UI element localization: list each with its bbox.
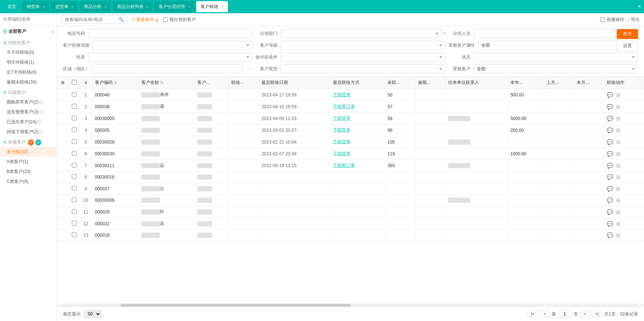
td-checkbox[interactable] [69, 206, 79, 218]
td-last-contact-method[interactable]: 下销货单 [331, 148, 385, 160]
td-checkbox[interactable] [69, 101, 79, 113]
row-checkbox[interactable] [72, 186, 77, 191]
th-last-contact-date[interactable]: 最后联络日期 [259, 77, 331, 89]
batch-ops-checkbox[interactable] [600, 17, 605, 22]
td-last-contact-method[interactable]: 下销货单 [331, 113, 385, 124]
row-checkbox[interactable] [72, 92, 77, 97]
contact-method-link[interactable]: 下销货单 [333, 139, 351, 144]
person-input[interactable] [474, 29, 628, 38]
select-all-checkbox[interactable] [72, 80, 77, 85]
query-button[interactable]: 查询 [617, 29, 638, 39]
tab-goods-list[interactable]: 商品分析列表 × [113, 1, 153, 12]
grid-icon[interactable]: ⊞ [616, 221, 620, 227]
tab-customer-contact[interactable]: 客户联络 × [196, 1, 228, 12]
more-conditions-button[interactable]: ▽ 更多条件 ▲ [132, 17, 159, 23]
area-more-icon[interactable]: ··· [246, 65, 253, 73]
chat-icon[interactable]: 💬 [607, 116, 613, 121]
scrollbar-thumb[interactable] [120, 304, 351, 307]
grid-icon[interactable]: ⊞ [616, 104, 620, 110]
row-checkbox[interactable] [72, 139, 77, 144]
grid-icon[interactable]: ⊞ [616, 139, 620, 145]
reset-button[interactable]: 设置 [617, 40, 638, 51]
customer-level-select[interactable] [281, 41, 445, 50]
tab-purchase[interactable]: 进货单 × [51, 1, 78, 12]
tab-sales[interactable]: 销货单 × [22, 1, 49, 12]
settings-mini-icon[interactable]: ⚙ [35, 140, 41, 145]
td-last-contact-method[interactable] [331, 172, 385, 183]
td-checkbox[interactable] [69, 172, 79, 183]
sidebar-item-today-pending[interactable]: 今天待联络(0) [0, 47, 57, 57]
chat-icon[interactable]: 💬 [607, 174, 613, 180]
contact-method-link[interactable]: 下销货单 [333, 92, 351, 97]
sidebar-item-overdue-pending[interactable]: 逾期未联络(30) [0, 77, 57, 87]
row-checkbox[interactable] [72, 232, 77, 237]
batch-ops-button[interactable]: 批量操作 [600, 17, 624, 23]
per-page-select[interactable]: 50 [84, 310, 101, 318]
contact-method-link[interactable]: 下销售订单 [333, 163, 355, 168]
td-checkbox[interactable] [69, 218, 79, 230]
row-checkbox[interactable] [72, 104, 77, 109]
td-checkbox[interactable] [69, 230, 79, 241]
row-checkbox[interactable] [72, 116, 77, 120]
th-name[interactable]: 客户名称 ⇅ [139, 77, 195, 89]
customer-type-select[interactable] [281, 64, 445, 73]
sidebar-item-a-class[interactable]: A类客户(1) [0, 157, 57, 167]
row-checkbox[interactable] [72, 127, 77, 132]
row-checkbox[interactable] [72, 174, 77, 179]
dept-select[interactable] [281, 29, 441, 38]
sidebar-item-lost[interactable]: 已流失客户(24) ⓘ [0, 117, 57, 127]
grid-icon[interactable]: ⊞ [616, 127, 620, 133]
tab-customer-layer[interactable]: 客户分层经营 × [154, 1, 195, 12]
th-this-month[interactable]: 本月... [574, 77, 605, 89]
th-not-contacted[interactable]: 未联... [385, 77, 415, 89]
th-contact[interactable]: 联络... [229, 77, 259, 89]
td-checkbox[interactable] [69, 148, 79, 160]
tab-purchase-close[interactable]: × [71, 5, 74, 9]
chat-icon[interactable]: 💬 [607, 127, 613, 133]
td-checkbox[interactable] [69, 195, 79, 206]
status-select[interactable] [474, 53, 638, 61]
chat-icon[interactable]: 💬 [607, 186, 613, 192]
td-last-contact-method[interactable] [331, 183, 385, 195]
search-icon[interactable]: 🔍 [119, 17, 124, 22]
td-checkbox[interactable] [69, 136, 79, 148]
next-page-button[interactable]: > [580, 310, 590, 318]
td-checkbox[interactable] [69, 89, 79, 101]
search-input[interactable] [65, 17, 116, 22]
tab-sales-close[interactable]: × [43, 5, 45, 9]
chat-icon[interactable]: 💬 [607, 197, 613, 203]
th-last-contact-method[interactable]: 最后联络方式 [331, 77, 385, 89]
th-settings[interactable]: ⚙ [57, 77, 69, 89]
close-all-button[interactable]: × [638, 3, 641, 10]
sidebar-item-declining[interactable]: 持续下滑客户(2) ⓘ [0, 127, 57, 137]
last-page-button[interactable]: >| [592, 310, 602, 318]
chat-icon[interactable]: 💬 [607, 221, 613, 227]
th-company-contact[interactable]: 往来单位联系人 [446, 77, 508, 89]
horizontal-scrollbar[interactable] [63, 304, 638, 307]
th-overdue[interactable]: 逾期... [415, 77, 446, 89]
retail-attr-select[interactable]: 全部 [478, 41, 638, 50]
payment-select[interactable] [281, 53, 445, 61]
export-button[interactable]: ↑ 导出 [627, 17, 640, 23]
td-checkbox[interactable] [69, 113, 79, 124]
prev-page-button[interactable]: < [540, 310, 549, 318]
contact-method-link[interactable]: 下销售订单 [333, 104, 355, 109]
tab-goods-list-close[interactable]: × [147, 5, 149, 9]
tab-goods-analysis-close[interactable]: × [105, 5, 107, 9]
th-type[interactable]: 客户... [195, 77, 229, 89]
grid-icon[interactable]: ⊞ [616, 92, 620, 98]
td-last-contact-method[interactable]: 下销售订单 [331, 101, 385, 113]
th-code[interactable]: 客户编码 ⇅ [92, 77, 139, 89]
grid-icon[interactable]: ⊞ [616, 197, 620, 203]
sidebar-item-ungroup[interactable]: 未分组(32) [0, 147, 57, 157]
chat-icon[interactable]: 💬 [607, 151, 613, 157]
td-last-contact-method[interactable] [331, 195, 385, 206]
td-last-contact-method[interactable]: 下销货单 [331, 136, 385, 148]
price-level-select[interactable] [92, 41, 253, 50]
row-checkbox[interactable] [72, 151, 77, 156]
sidebar-item-warning[interactable]: 流失预警客户(3) ⓘ [0, 107, 57, 117]
td-last-contact-method[interactable] [331, 206, 385, 218]
th-last-month[interactable]: 上月... [544, 77, 574, 89]
grid-icon[interactable]: ⊞ [616, 209, 620, 215]
td-last-contact-method[interactable] [331, 218, 385, 230]
